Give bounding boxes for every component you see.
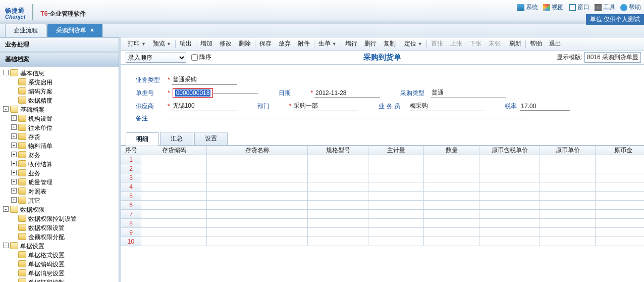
- cell[interactable]: [479, 219, 540, 228]
- expand-icon[interactable]: +: [11, 115, 17, 121]
- expand-icon[interactable]: +: [11, 188, 17, 194]
- copy-button[interactable]: 复制: [381, 38, 399, 49]
- modify-button[interactable]: 修改: [217, 38, 235, 49]
- tree-node[interactable]: 数据精度: [18, 96, 117, 105]
- exit-button[interactable]: 退出: [546, 38, 564, 49]
- tree-node[interactable]: 单据编码设置: [18, 260, 117, 269]
- cell[interactable]: [207, 201, 308, 210]
- table-row[interactable]: 3: [121, 173, 645, 182]
- expand-icon[interactable]: -: [3, 106, 9, 112]
- cell[interactable]: [207, 182, 308, 192]
- cell[interactable]: [596, 219, 645, 228]
- cell[interactable]: [424, 164, 479, 173]
- table-row[interactable]: 1: [121, 155, 645, 164]
- col-header[interactable]: 存货名称: [207, 146, 308, 155]
- cell[interactable]: [207, 237, 308, 246]
- cell[interactable]: [141, 192, 207, 201]
- tree-node[interactable]: -基础档案+机构设置+往来单位+存货+物料清单+财务+收付结算+业务+质量管理+…: [10, 105, 117, 205]
- tree-node[interactable]: +机构设置: [18, 114, 117, 123]
- cell[interactable]: [424, 173, 479, 182]
- expand-icon[interactable]: -: [3, 243, 9, 248]
- cell[interactable]: [368, 173, 424, 182]
- cell[interactable]: [368, 192, 424, 201]
- cell[interactable]: [308, 237, 368, 246]
- print-button[interactable]: 打印▼: [125, 38, 149, 49]
- cell[interactable]: [141, 228, 207, 237]
- cell[interactable]: [479, 228, 540, 237]
- menu-help[interactable]: 帮助: [620, 3, 641, 12]
- tree-node[interactable]: 单据打印控制: [18, 278, 117, 282]
- gen-button[interactable]: 生单▼: [315, 38, 340, 49]
- doc-no-field[interactable]: 0000000018: [173, 88, 213, 98]
- last-button[interactable]: 末张: [486, 38, 504, 49]
- tree-node[interactable]: 系统启用: [18, 78, 117, 87]
- expand-icon[interactable]: -: [3, 70, 9, 75]
- sidebar-panel-business[interactable]: 业务处理: [0, 37, 119, 52]
- next-button[interactable]: 下张: [466, 38, 485, 49]
- value-supplier[interactable]: 无锡100: [172, 101, 237, 111]
- tree-node[interactable]: 单据格式设置: [18, 251, 117, 260]
- cell[interactable]: [540, 192, 596, 201]
- cell[interactable]: [308, 219, 368, 228]
- expand-icon[interactable]: +: [11, 161, 17, 166]
- tab-采购到货单[interactable]: 采购到货单×: [47, 24, 102, 37]
- cell[interactable]: [207, 228, 308, 237]
- sidebar-panel-archives[interactable]: 基础档案: [0, 52, 119, 67]
- expand-icon[interactable]: +: [11, 143, 17, 148]
- expand-icon[interactable]: -: [3, 206, 9, 212]
- cell[interactable]: [596, 173, 645, 182]
- col-header[interactable]: 原币单价: [540, 146, 596, 155]
- cell[interactable]: [540, 173, 596, 182]
- expand-icon[interactable]: +: [11, 197, 17, 203]
- col-header[interactable]: 存货编码: [141, 146, 207, 155]
- col-header[interactable]: 原币金: [596, 146, 645, 155]
- col-header[interactable]: 数量: [424, 146, 479, 155]
- tree-node[interactable]: +收付结算: [18, 160, 117, 169]
- delrow-button[interactable]: 删行: [361, 38, 380, 49]
- cell[interactable]: [308, 201, 368, 210]
- first-button[interactable]: 首张: [428, 38, 446, 49]
- cell[interactable]: [479, 155, 540, 164]
- table-row[interactable]: 8: [121, 219, 645, 228]
- menu-tool[interactable]: 工具: [595, 3, 615, 12]
- export-button[interactable]: 输出: [177, 38, 195, 49]
- cell[interactable]: [479, 201, 540, 210]
- tab-企业流程[interactable]: 企业流程: [5, 24, 46, 37]
- cell[interactable]: [207, 155, 308, 164]
- tree-node[interactable]: -单据设置单据格式设置单据编码设置单据消息设置单据打印控制单据现存量查询设置: [10, 242, 117, 282]
- col-header[interactable]: 规格型号: [308, 146, 368, 155]
- cell[interactable]: [141, 210, 207, 219]
- cell[interactable]: [207, 192, 308, 201]
- tree-node[interactable]: 数据权限控制设置: [18, 214, 117, 223]
- cell[interactable]: [141, 237, 207, 246]
- cell[interactable]: [424, 155, 479, 164]
- cell[interactable]: [596, 192, 645, 201]
- delete-button[interactable]: 删除: [236, 38, 254, 49]
- cell[interactable]: [540, 237, 596, 246]
- cell[interactable]: [596, 210, 645, 219]
- value-dept[interactable]: 采购一部: [293, 101, 358, 111]
- cell[interactable]: [596, 164, 645, 173]
- locate-button[interactable]: 定位▼: [401, 38, 425, 49]
- cell[interactable]: [308, 155, 368, 164]
- cell[interactable]: [479, 164, 540, 173]
- cell[interactable]: [479, 192, 540, 201]
- cell[interactable]: [368, 201, 424, 210]
- tree-node[interactable]: +质量管理: [18, 178, 117, 187]
- expand-icon[interactable]: +: [11, 152, 17, 157]
- cell[interactable]: [308, 228, 368, 237]
- cell[interactable]: [540, 164, 596, 173]
- cell[interactable]: [424, 219, 479, 228]
- cell[interactable]: [207, 173, 308, 182]
- tree-node[interactable]: +对照表: [18, 187, 117, 196]
- table-row[interactable]: 2: [121, 164, 645, 173]
- prev-button[interactable]: 上张: [447, 38, 465, 49]
- desc-checkbox[interactable]: 降序: [191, 53, 211, 62]
- cell[interactable]: [368, 182, 424, 192]
- table-row[interactable]: 10: [121, 237, 645, 246]
- col-header[interactable]: 主计量: [368, 146, 424, 155]
- expand-icon[interactable]: +: [11, 170, 17, 175]
- cell[interactable]: [424, 237, 479, 246]
- tree-node[interactable]: -数据权限数据权限控制设置数据权限设置金额权限分配: [10, 205, 117, 242]
- cell[interactable]: [308, 192, 368, 201]
